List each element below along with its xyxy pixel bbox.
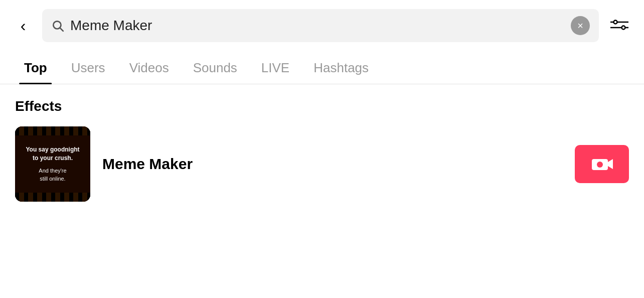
search-input[interactable]: Meme Maker [70,18,565,34]
header: ‹ Meme Maker × [0,0,644,51]
film-text-top: You say goodnight to your crush. [26,145,79,163]
tabs-bar: Top Users Videos Sounds LIVE Hashtags [0,51,644,84]
tab-users[interactable]: Users [59,51,117,84]
back-icon: ‹ [21,18,26,34]
tab-hashtags[interactable]: Hashtags [301,51,381,84]
svg-line-1 [60,28,63,31]
film-strip: You say goodnight to your crush. And the… [15,126,90,202]
clear-icon: × [577,21,583,31]
search-icon [51,19,64,32]
camera-icon [591,155,613,173]
svg-point-11 [597,162,603,168]
tab-live[interactable]: LIVE [249,51,301,84]
tab-videos[interactable]: Videos [117,51,181,84]
back-button[interactable]: ‹ [12,15,34,37]
effect-name: Meme Maker [102,156,563,173]
film-text-bottom: And they're still online. [26,167,79,183]
tab-top[interactable]: Top [12,51,59,84]
clear-button[interactable]: × [571,16,590,35]
svg-marker-10 [608,159,613,169]
film-content: You say goodnight to your crush. And the… [21,143,84,185]
search-bar: Meme Maker × [42,9,599,42]
section-title: Effects [15,98,629,114]
filter-button[interactable] [607,13,632,38]
effect-item: You say goodnight to your crush. And the… [15,126,629,202]
effect-thumbnail[interactable]: You say goodnight to your crush. And the… [15,126,90,202]
try-button[interactable] [575,145,629,183]
tab-sounds[interactable]: Sounds [181,51,249,84]
filter-icon [610,17,628,35]
content-area: Effects You say goodnight to your crush.… [0,84,644,216]
